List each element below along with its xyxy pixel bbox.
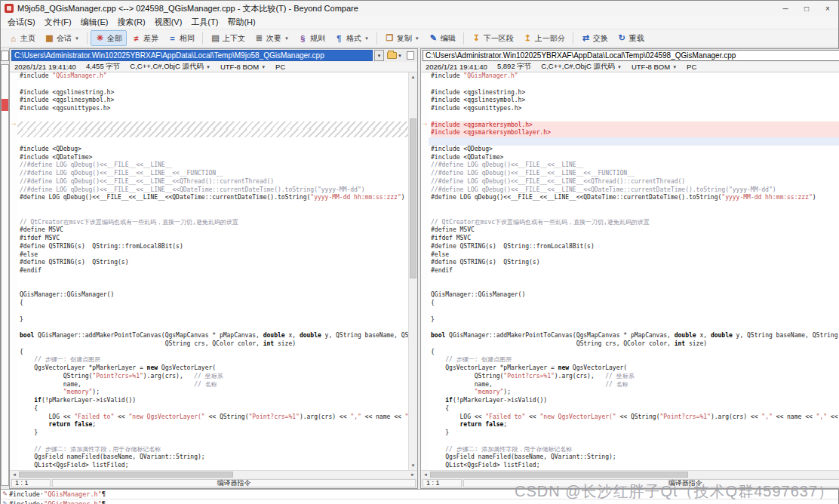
right-code[interactable]: #include "QGisManager.h"#include <qgslin… (429, 72, 839, 470)
right-file-path-input[interactable]: C:\Users\Administrator.Win102025YBRXAF\A… (423, 50, 839, 61)
left-vertical-scrollbar[interactable]: ▲ ▼ (408, 72, 417, 470)
toolbar-reload-button[interactable]: ↻重载 (613, 30, 649, 46)
scroll-down-icon[interactable]: ▼ (409, 462, 417, 470)
code-line: //#define LOG qDebug()<<__FILE__<<__LINE… (431, 178, 839, 186)
toolbar-all-button[interactable]: ✳全部 (91, 30, 127, 46)
code-line: QList<QgsField> listFiled; (20, 462, 408, 470)
diff-overview-marker[interactable] (2, 99, 8, 111)
left-path-row: C:\Users\Administrator.Win102025YBRXAF\A… (10, 49, 417, 62)
added-code-line: #include <qgsmarkersymbollayer.h> (431, 129, 839, 137)
left-code[interactable]: #include "QGisManager.h"#include <qgslin… (17, 72, 408, 470)
next-section-icon: ↧ (472, 33, 481, 43)
code-line: //#define LOG qDebug()<<__FILE__<<__LINE… (431, 170, 839, 178)
menu-help[interactable]: 帮助(H) (223, 16, 260, 29)
code-line (431, 211, 839, 219)
left-horizontal-scrollbar[interactable]: ◄ ► (10, 470, 417, 478)
maximize-button[interactable]: □ (796, 2, 817, 15)
left-format-select[interactable]: C,C++,C#,ObjC 源代码▼ (130, 62, 211, 72)
thumbnail-page-icon[interactable] (1, 51, 9, 61)
dropdown-caret-icon: ▼ (415, 36, 420, 41)
code-line: #include <qgslinesymbol.h> (431, 97, 839, 105)
code-line: #endif (431, 267, 839, 275)
code-line: bool QGisManager::addMakerPointToCanvas(… (20, 332, 408, 340)
menu-tools[interactable]: 工具(T) (186, 16, 223, 29)
left-vscroll-track[interactable] (409, 81, 417, 462)
right-horizontal-scrollbar[interactable]: ◄ ► (421, 470, 839, 478)
scroll-left-icon[interactable]: ◄ (10, 472, 19, 477)
scroll-left-icon[interactable]: ◄ (421, 472, 430, 477)
code-line (20, 284, 408, 292)
code-line: // QtCreator在msvc下设置编码也或有一些乱码，直接一刀切,避免乱码… (431, 219, 839, 227)
code-line: if(!pMarkerLayer->isValid()) (20, 397, 408, 405)
toolbar-next-section-button[interactable]: ↧下一区段 (467, 30, 518, 46)
toolbar-edit-button[interactable]: ✎编辑 (424, 30, 460, 46)
format-icon: ¶ (334, 34, 344, 43)
code-line: } (431, 316, 839, 324)
close-button[interactable]: × (817, 2, 838, 15)
menu-session[interactable]: 会话(S) (3, 16, 40, 29)
toolbar-sessions-button[interactable]: ▦会话▼ (40, 30, 84, 46)
left-path-dropdown-icon[interactable]: ▼ (374, 50, 384, 61)
toolbar-rules-label: 规则 (310, 33, 325, 44)
left-vscroll-thumb[interactable] (410, 118, 416, 278)
code-line (431, 81, 839, 89)
app-icon (5, 4, 14, 13)
code-line (20, 202, 408, 211)
right-line-detail-row[interactable]: ✎ #include·"QGisManager.h"¶ (1, 499, 838, 504)
diff-overview-strip[interactable] (1, 64, 9, 486)
code-line: #include "QGisManager.h" (431, 72, 839, 81)
menu-edit[interactable]: 编辑(E) (76, 16, 113, 29)
left-file-size: 4,455 字节 (86, 62, 120, 72)
left-line-detail-row[interactable]: ✎ #include·"QGisManager.h"¶ (1, 490, 838, 499)
toolbar-minor-button[interactable]: ≣次要▼ (250, 30, 293, 46)
toolbar-swap-button[interactable]: ⇄交换 (576, 30, 613, 46)
code-line (20, 438, 408, 446)
right-grammar-bar: 1 : 1 编译器指令 (421, 478, 839, 488)
left-file-menu-button[interactable] (405, 50, 416, 61)
copy-icon: ❐ (385, 33, 395, 43)
code-line (20, 308, 408, 316)
code-line: #include <QDateTime> (431, 154, 839, 162)
code-line: #include <qgsunittypes.h> (431, 105, 839, 113)
context-icon: ▤ (211, 33, 220, 43)
menubar: 会话(S)文件(F)编辑(E)搜索(R)视图(V)工具(T)帮助(H) (1, 16, 838, 29)
menu-file[interactable]: 文件(F) (40, 16, 76, 29)
overview-column (1, 48, 9, 489)
right-hscroll-thumb[interactable] (430, 472, 688, 478)
right-hscroll-track[interactable] (430, 471, 839, 478)
toolbar-diffs-button[interactable]: ≠差异 (127, 30, 163, 46)
toolbar-context-button[interactable]: ▤上下文 (206, 30, 250, 46)
toolbar-separator (202, 32, 203, 45)
right-format-select[interactable]: C,C++,C#,ObjC 源代码▼ (541, 62, 622, 72)
left-gutter: → (10, 72, 17, 470)
minimize-button[interactable]: ─ (775, 2, 796, 15)
left-format-label: C,C++,C#,ObjC 源代码 (130, 62, 204, 72)
toolbar-prev-section-button[interactable]: ↥上一部分 (518, 30, 570, 46)
left-line-detail-text: #include·"QGisManager.h"¶ (9, 490, 106, 498)
right-encoding-label: UTF-8 BOM (632, 63, 670, 71)
left-hscroll-thumb[interactable] (19, 472, 233, 478)
code-line: QList<QgsField> listFiled; (431, 462, 839, 470)
left-grammar-element: 编译器指令 (52, 479, 416, 487)
left-file-datetime: 2026/1/21 19:41:40 (14, 63, 76, 71)
code-line (20, 137, 408, 146)
toolbar-same-button[interactable]: =相同 (163, 30, 199, 46)
left-file-path-input[interactable]: C:\Users\Administrator.Win102025YBRXAF\A… (11, 50, 373, 61)
toolbar-copy-button[interactable]: ❐复制▼ (380, 30, 424, 46)
menu-view[interactable]: 视图(V) (150, 16, 187, 29)
toolbar-same-label: 相同 (180, 33, 195, 44)
code-line: QString crs, QColor color, int size) (20, 340, 408, 349)
toolbar-format-button[interactable]: ¶格式▼ (330, 30, 373, 46)
toolbar-format-label: 格式 (346, 33, 361, 44)
menu-search[interactable]: 搜索(R) (112, 16, 149, 29)
left-browse-button[interactable]: ▼ (386, 50, 404, 61)
toolbar-home-button[interactable]: ⌂主页 (4, 30, 40, 46)
scroll-up-icon[interactable]: ▲ (409, 72, 417, 81)
right-encoding-select[interactable]: UTF-8 BOM▼ (632, 63, 677, 71)
scroll-right-icon[interactable]: ► (408, 472, 417, 477)
left-hscroll-track[interactable] (19, 471, 408, 478)
dropdown-caret-icon: ▼ (364, 36, 369, 41)
left-encoding-select[interactable]: UTF-8 BOM▼ (220, 63, 266, 71)
code-line: // 步骤二: 添加属性字段，用于存储标记名称 (20, 446, 408, 454)
toolbar-rules-button[interactable]: §规则 (293, 30, 330, 46)
